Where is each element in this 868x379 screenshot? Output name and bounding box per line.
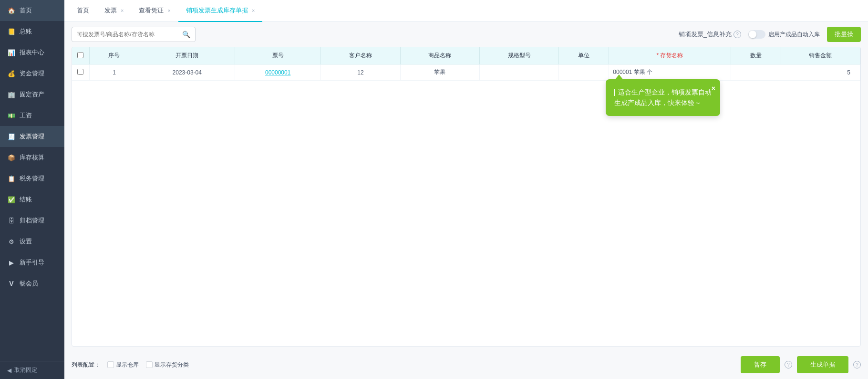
ledger-icon: 📒 — [7, 27, 16, 36]
pin-label: 取消固定 — [14, 366, 37, 374]
sidebar-item-salary[interactable]: 💵 工资 — [0, 105, 64, 126]
cell-customer: 12 — [321, 64, 400, 81]
show-category-label: 显示存货分类 — [155, 361, 189, 369]
tax-icon: 📋 — [7, 174, 16, 183]
tab-home-label: 首页 — [77, 6, 89, 15]
tab-generate-close[interactable]: × — [252, 8, 255, 13]
category-checkbox[interactable] — [146, 361, 153, 368]
header-inventory: * 存货名称 — [609, 47, 731, 64]
tab-invoice-close[interactable]: × — [121, 8, 124, 13]
pin-bar[interactable]: ◀ 取消固定 — [0, 361, 64, 379]
sidebar-item-invoice[interactable]: 🧾 发票管理 — [0, 126, 64, 147]
sidebar-label-fund: 资金管理 — [20, 69, 44, 78]
table-row: 1 2023-03-04 00000001 12 苹果 000001 苹果 个 … — [72, 64, 860, 81]
tab-generate[interactable]: 销项发票生成库存单据 × — [178, 0, 262, 22]
report-icon: 📊 — [7, 48, 16, 57]
sidebar-label-checkout: 结账 — [20, 195, 32, 204]
info-icon[interactable]: ? — [734, 31, 741, 38]
cell-spec — [480, 64, 559, 81]
toggle-knob — [749, 31, 756, 38]
tooltip-popup: × 适合生产型企业，销项发票自动生成产成品入库，快来体验～ — [606, 79, 720, 116]
search-box[interactable]: 🔍 — [72, 27, 196, 42]
header-product: 商品名称 — [400, 47, 479, 64]
cell-product: 苹果 — [400, 64, 479, 81]
sidebar-item-checkout[interactable]: ✅ 结账 — [0, 189, 64, 210]
header-ticket: 票号 — [235, 47, 321, 64]
tab-voucher[interactable]: 查看凭证 × — [131, 0, 178, 22]
sidebar-label-settings: 设置 — [20, 237, 32, 246]
sidebar-item-inventory[interactable]: 📦 库存核算 — [0, 147, 64, 168]
save-button[interactable]: 暂存 — [741, 356, 780, 373]
show-warehouse-check[interactable]: 显示仓库 — [107, 361, 139, 369]
cell-ticket[interactable]: 00000001 — [235, 64, 321, 81]
select-all-checkbox[interactable] — [77, 52, 83, 58]
home-icon: 🏠 — [7, 6, 16, 15]
fund-icon: 💰 — [7, 69, 16, 78]
sidebar-item-report[interactable]: 📊 报表中心 — [0, 42, 64, 63]
sidebar-item-vip[interactable]: V 畅会员 — [0, 273, 64, 294]
tooltip-text: 适合生产型企业，销项发票自动生成产成品入库，快来体验～ — [614, 88, 712, 106]
header-checkbox[interactable] — [72, 47, 89, 64]
sidebar-label-home: 首页 — [20, 6, 32, 15]
sidebar-item-tax[interactable]: 📋 税务管理 — [0, 168, 64, 189]
sidebar-label-vip: 畅会员 — [20, 279, 38, 288]
toolbar-right: 销项发票_信息补充 ? 启用产成品自动入库 批量操 — [679, 27, 861, 42]
pin-icon: ◀ — [7, 367, 11, 374]
btn-actions: 暂存 ? 生成单据 ? — [741, 356, 861, 373]
tab-voucher-close[interactable]: × — [167, 8, 170, 13]
tooltip-close-button[interactable]: × — [712, 83, 715, 94]
warehouse-checkbox[interactable] — [107, 361, 114, 368]
row-checkbox-cell[interactable] — [72, 64, 89, 81]
main-table: 序号 开票日期 票号 客户名称 商品名称 规格型号 单位 * 存货名称 数量 销… — [72, 47, 860, 81]
page-content: 🔍 销项发票_信息补充 ? 启用产成品自动入库 批量操 — [64, 22, 868, 379]
tab-invoice[interactable]: 发票 × — [97, 0, 131, 22]
search-icon[interactable]: 🔍 — [182, 31, 190, 38]
guide-icon: ▶ — [7, 258, 16, 267]
sidebar: 🏠 首页 📒 总账 📊 报表中心 💰 资金管理 🏢 固定资产 💵 工资 🧾 发票… — [0, 0, 64, 379]
settings-icon: ⚙ — [7, 237, 16, 246]
checkout-icon: ✅ — [7, 195, 16, 204]
save-info-icon[interactable]: ? — [785, 361, 792, 368]
cell-date: 2023-03-04 — [139, 64, 235, 81]
sidebar-label-archive: 归档管理 — [20, 216, 44, 225]
row-checkbox[interactable] — [77, 69, 83, 75]
show-warehouse-label: 显示仓库 — [116, 361, 139, 369]
tab-home[interactable]: 首页 — [69, 0, 97, 22]
toggle-label: 启用产成品自动入库 — [768, 31, 820, 39]
table-wrap: 序号 开票日期 票号 客户名称 商品名称 规格型号 单位 * 存货名称 数量 销… — [72, 47, 861, 347]
info-label: 销项发票_信息补充 ? — [679, 30, 741, 39]
batch-button[interactable]: 批量操 — [827, 27, 861, 42]
show-category-check[interactable]: 显示存货分类 — [146, 361, 189, 369]
tab-generate-label: 销项发票生成库存单据 — [186, 6, 248, 15]
tooltip-cursor — [614, 89, 615, 96]
salary-icon: 💵 — [7, 111, 16, 120]
generate-button[interactable]: 生成单据 — [797, 356, 848, 373]
sidebar-item-settings[interactable]: ⚙ 设置 — [0, 231, 64, 252]
sidebar-label-report: 报表中心 — [20, 48, 44, 57]
sidebar-label-assets: 固定资产 — [20, 90, 44, 99]
sidebar-label-guide: 新手引导 — [20, 258, 44, 267]
inventory-icon: 📦 — [7, 153, 16, 162]
assets-icon: 🏢 — [7, 90, 16, 99]
cell-qty[interactable] — [731, 64, 781, 81]
sidebar-item-fund[interactable]: 💰 资金管理 — [0, 63, 64, 84]
cell-inventory[interactable]: 000001 苹果 个 — [609, 64, 731, 81]
cell-seq: 1 — [89, 64, 139, 81]
header-seq: 序号 — [89, 47, 139, 64]
tab-invoice-label: 发票 — [104, 6, 117, 15]
sidebar-item-assets[interactable]: 🏢 固定资产 — [0, 84, 64, 105]
toggle-switch[interactable] — [748, 30, 765, 39]
sidebar-item-general-ledger[interactable]: 📒 总账 — [0, 21, 64, 42]
tab-bar: 首页 发票 × 查看凭证 × 销项发票生成库存单据 × — [64, 0, 868, 22]
ticket-link[interactable]: 00000001 — [265, 69, 290, 76]
generate-info-icon[interactable]: ? — [853, 361, 861, 368]
vip-icon: V — [7, 279, 16, 288]
archive-icon: 🗄 — [7, 216, 16, 225]
search-input[interactable] — [77, 31, 179, 38]
sidebar-item-home[interactable]: 🏠 首页 — [0, 0, 64, 21]
header-spec: 规格型号 — [480, 47, 559, 64]
sidebar-label-inventory: 库存核算 — [20, 153, 44, 162]
sidebar-item-guide[interactable]: ▶ 新手引导 — [0, 252, 64, 273]
toggle-wrap: 启用产成品自动入库 — [748, 30, 820, 39]
sidebar-item-archive[interactable]: 🗄 归档管理 — [0, 210, 64, 231]
